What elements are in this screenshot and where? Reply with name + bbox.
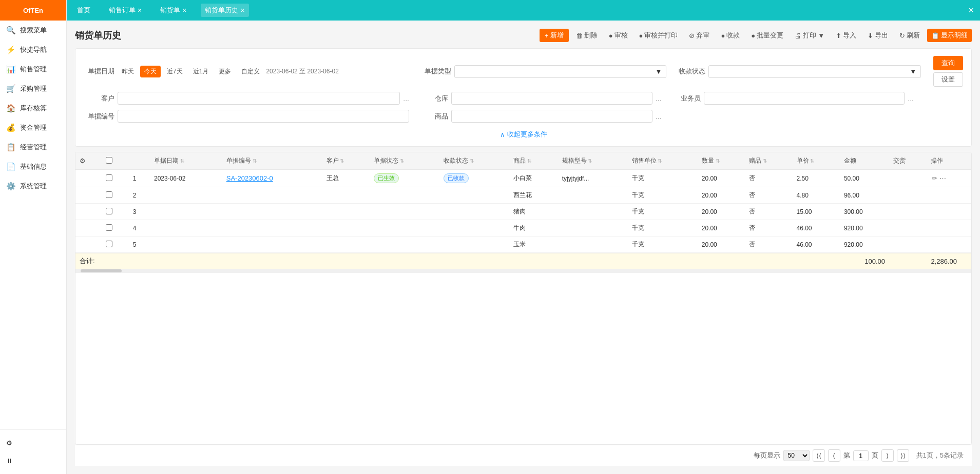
collect-button[interactable]: ● 收款 [717, 29, 744, 42]
cell-collect-status [439, 236, 509, 253]
th-customer[interactable]: 客户 [322, 152, 370, 170]
cell-customer [322, 187, 370, 204]
th-goods[interactable]: 商品 [509, 152, 558, 170]
settings-button[interactable]: 设置 [933, 72, 963, 87]
cell-qty: 20.00 [698, 187, 745, 204]
sidebar-item-finance[interactable]: 💰 资金管理 [0, 118, 66, 137]
table-settings-icon[interactable]: ⚙ [80, 157, 86, 165]
nav-sales-history-close[interactable]: × [240, 6, 244, 14]
nav-sales-order-close[interactable]: × [138, 6, 142, 14]
collect-icon: ● [721, 32, 725, 40]
collect-status-select[interactable]: ▼ [708, 65, 921, 78]
row-checkbox[interactable] [106, 191, 112, 198]
page-last-btn[interactable]: ⟩⟩ [897, 449, 909, 462]
print-button[interactable]: 🖨 打印 ▼ [791, 29, 829, 42]
discard-button[interactable]: ⊘ 弃审 [685, 29, 714, 42]
date-chip-custom[interactable]: 自定义 [237, 66, 264, 77]
staff-input[interactable] [704, 92, 905, 105]
date-chip-yesterday[interactable]: 昨天 [118, 66, 138, 77]
page-size-select[interactable]: 50 100 200 [783, 450, 810, 461]
sidebar-item-system-mgmt[interactable]: ⚙️ 系统管理 [0, 176, 66, 196]
cell-spec [558, 187, 628, 204]
row-checkbox[interactable] [106, 174, 112, 181]
cell-actions [927, 236, 971, 253]
sidebar-item-basic-info[interactable]: 📄 基础信息 [0, 157, 66, 176]
sidebar-item-search-menu[interactable]: 🔍 搜索菜单 [0, 21, 66, 40]
edit-icon[interactable]: ✏ [932, 174, 937, 182]
th-unit[interactable]: 销售单位 [628, 152, 698, 170]
cell-price: 4.80 [793, 187, 840, 204]
th-gift[interactable]: 赠品 [745, 152, 792, 170]
export-button[interactable]: ⬇ 导出 [863, 29, 892, 42]
filter-staff-field: 业务员 ... [670, 92, 914, 105]
delete-button[interactable]: 🗑 删除 [572, 29, 602, 42]
nav-home[interactable]: 首页 [73, 4, 94, 17]
page-next-btn[interactable]: ⟩ [881, 449, 894, 462]
date-chip-more[interactable]: 更多 [215, 66, 235, 77]
date-chip-7days[interactable]: 近7天 [163, 66, 187, 77]
orderno-input[interactable] [118, 110, 409, 123]
nav-close-all[interactable]: × [968, 5, 974, 16]
cell-doc-status: 已生效 [370, 170, 439, 187]
audit-print-button[interactable]: ● 审核并打印 [635, 29, 682, 42]
date-chip-1month[interactable]: 近1月 [189, 66, 213, 77]
th-price[interactable]: 单价 [793, 152, 840, 170]
page-first-btn[interactable]: ⟨⟨ [813, 449, 825, 462]
cell-transaction [889, 170, 927, 187]
type-select[interactable]: ▼ [454, 65, 667, 78]
customer-dots[interactable]: ... [403, 94, 409, 103]
th-qty[interactable]: 数量 [698, 152, 745, 170]
nav-sales-history[interactable]: 销货单历史 × [201, 4, 248, 17]
th-collect-status[interactable]: 收款状态 [439, 152, 509, 170]
collect-status-badge: 已收款 [444, 173, 469, 183]
goods-dots[interactable]: ... [656, 112, 662, 121]
page-prev-btn[interactable]: ⟨ [828, 449, 840, 462]
cell-collect-status [439, 204, 509, 220]
nav-sales-order[interactable]: 销售订单 × [105, 4, 146, 17]
sidebar-item-purchase-mgmt[interactable]: 🛒 采购管理 [0, 79, 66, 98]
audit-button[interactable]: ● 审核 [605, 29, 632, 42]
customer-input[interactable] [118, 92, 400, 105]
sales-mgmt-icon: 📊 [6, 65, 16, 74]
sidebar-item-sales-mgmt[interactable]: 📊 销售管理 [0, 60, 66, 79]
th-doc-date[interactable]: 单据日期 [150, 152, 222, 170]
nav-sales-delivery[interactable]: 销货单 × [156, 4, 190, 17]
staff-dots[interactable]: ... [908, 94, 914, 103]
nav-sales-delivery-close[interactable]: × [182, 6, 186, 14]
inventory-icon: 🏠 [6, 104, 16, 113]
batch-change-button[interactable]: ● 批量变更 [747, 29, 787, 42]
th-spec[interactable]: 规格型号 [558, 152, 628, 170]
row-checkbox[interactable] [106, 208, 112, 214]
th-doc-no[interactable]: 单据编号 [222, 152, 322, 170]
sidebar-item-inventory[interactable]: 🏠 库存核算 [0, 98, 66, 118]
sidebar-bottom-item1[interactable]: ⚙ [0, 434, 66, 452]
sidebar-item-quick-nav[interactable]: ⚡ 快捷导航 [0, 40, 66, 60]
cell-gift: 否 [745, 236, 792, 253]
row-checkbox[interactable] [106, 241, 112, 247]
goods-input[interactable] [451, 110, 652, 123]
quick-nav-icon: ⚡ [6, 45, 16, 54]
date-chip-today[interactable]: 今天 [140, 66, 161, 77]
warehouse-dots[interactable]: ... [656, 94, 662, 103]
table-scroll-bar[interactable] [75, 269, 971, 273]
cell-rowno: 2 [129, 187, 150, 204]
sidebar-item-operations[interactable]: 📋 经营管理 [0, 137, 66, 157]
sidebar-bottom-item2[interactable]: ⏸ [0, 452, 66, 470]
query-button[interactable]: 查询 [933, 56, 963, 70]
cell-amount: 50.00 [840, 170, 889, 187]
show-detail-button[interactable]: 📋 显示明细 [927, 29, 972, 42]
add-button[interactable]: + 新增 [540, 29, 569, 42]
scroll-thumb[interactable] [81, 269, 122, 272]
th-settings[interactable]: ⚙ [75, 152, 102, 170]
cell-settings [75, 170, 102, 187]
collapse-btn[interactable]: ∧ 收起更多条件 [84, 128, 963, 143]
doc-no-link[interactable]: SA-20230602-0 [226, 174, 273, 182]
refresh-button[interactable]: ↻ 刷新 [895, 29, 924, 42]
row-checkbox[interactable] [106, 224, 112, 231]
warehouse-input[interactable] [451, 92, 652, 105]
select-all-checkbox[interactable] [106, 157, 112, 164]
page-num-input[interactable] [853, 450, 869, 461]
import-button[interactable]: ⬆ 导入 [832, 29, 860, 42]
th-doc-status[interactable]: 单据状态 [370, 152, 439, 170]
more-icon[interactable]: ⋯ [939, 174, 946, 182]
